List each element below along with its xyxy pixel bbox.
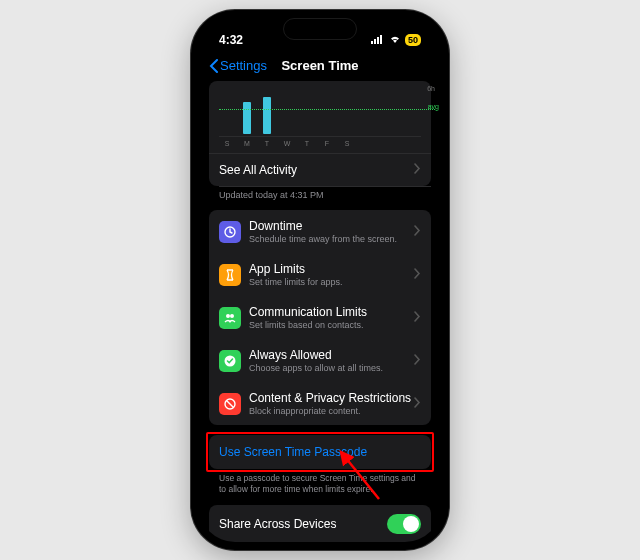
- svg-rect-0: [371, 41, 373, 44]
- day-label: T: [263, 140, 271, 147]
- content-sub: Block inappropriate content.: [249, 406, 411, 416]
- comm-sub: Set limits based on contacts.: [249, 320, 367, 330]
- day-label: W: [283, 140, 291, 147]
- svg-rect-1: [374, 39, 376, 44]
- chart-max-label: 6h: [427, 85, 435, 92]
- chevron-right-icon: [414, 268, 421, 282]
- downtime-icon: [219, 221, 241, 243]
- passcode-footer: Use a passcode to secure Screen Time set…: [209, 469, 431, 505]
- chart-bar: [263, 97, 271, 134]
- page-title: Screen Time: [281, 58, 358, 73]
- wifi-icon: [388, 33, 402, 47]
- content-title: Content & Privacy Restrictions: [249, 391, 411, 405]
- usage-chart: avg 6h SMTWTFS: [209, 81, 431, 153]
- svg-rect-2: [377, 37, 379, 44]
- always-title: Always Allowed: [249, 348, 383, 362]
- comm-row[interactable]: Communication LimitsSet limits based on …: [209, 296, 431, 339]
- share-label: Share Across Devices: [219, 517, 336, 531]
- updated-text: Updated today at 4:31 PM: [209, 186, 431, 210]
- avg-label: avg: [428, 103, 439, 110]
- communication-icon: [219, 307, 241, 329]
- svg-rect-3: [380, 35, 382, 44]
- content-row[interactable]: Content & Privacy RestrictionsBlock inap…: [209, 382, 431, 425]
- chevron-right-icon: [414, 225, 421, 239]
- chevron-right-icon: [414, 397, 421, 411]
- day-label: F: [323, 140, 331, 147]
- phone-frame: 4:32 50 Settings Screen Time avg 6h S: [191, 10, 449, 550]
- share-row[interactable]: Share Across Devices: [209, 505, 431, 542]
- nav-bar: Settings Screen Time: [199, 54, 441, 81]
- day-label: T: [303, 140, 311, 147]
- downtime-title: Downtime: [249, 219, 397, 233]
- always-row[interactable]: Always AllowedChoose apps to allow at al…: [209, 339, 431, 382]
- passcode-label: Use Screen Time Passcode: [219, 445, 367, 459]
- signal-icon: [371, 33, 385, 47]
- see-all-label: See All Activity: [219, 163, 297, 177]
- svg-line-9: [227, 400, 234, 407]
- back-label: Settings: [220, 58, 267, 73]
- share-toggle[interactable]: [387, 514, 421, 534]
- status-time: 4:32: [219, 33, 243, 47]
- hourglass-icon: [219, 264, 241, 286]
- downtime-row[interactable]: DowntimeSchedule time away from the scre…: [209, 210, 431, 253]
- checkmark-icon: [219, 350, 241, 372]
- always-sub: Choose apps to allow at all times.: [249, 363, 383, 373]
- chevron-right-icon: [414, 163, 421, 177]
- applimits-row[interactable]: App LimitsSet time limits for apps.: [209, 253, 431, 296]
- applimits-title: App Limits: [249, 262, 343, 276]
- chart-bar: [243, 102, 251, 134]
- day-label: M: [243, 140, 251, 147]
- avg-line: [219, 109, 435, 110]
- svg-point-5: [226, 314, 230, 318]
- back-button[interactable]: Settings: [209, 58, 267, 73]
- chevron-right-icon: [414, 354, 421, 368]
- screen: 4:32 50 Settings Screen Time avg 6h S: [199, 18, 441, 542]
- applimits-sub: Set time limits for apps.: [249, 277, 343, 287]
- day-label: S: [223, 140, 231, 147]
- chevron-left-icon: [209, 59, 219, 73]
- comm-title: Communication Limits: [249, 305, 367, 319]
- svg-point-6: [230, 314, 234, 318]
- day-label: S: [343, 140, 351, 147]
- chevron-right-icon: [414, 311, 421, 325]
- use-passcode-row[interactable]: Use Screen Time Passcode: [209, 435, 431, 469]
- battery-indicator: 50: [405, 34, 421, 46]
- downtime-sub: Schedule time away from the screen.: [249, 234, 397, 244]
- dynamic-island: [283, 18, 357, 40]
- restriction-icon: [219, 393, 241, 415]
- see-all-activity-row[interactable]: See All Activity: [209, 153, 431, 186]
